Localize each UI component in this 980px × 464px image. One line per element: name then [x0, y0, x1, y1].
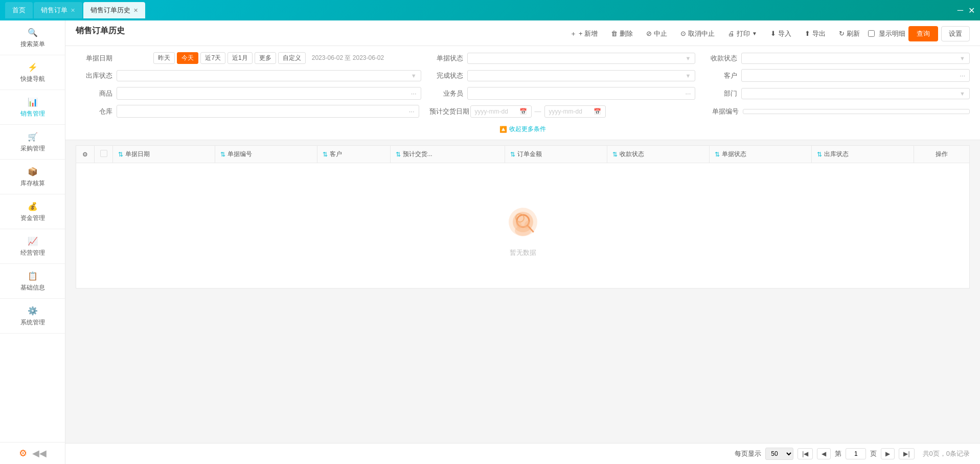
checkbox-column-header[interactable]	[95, 146, 113, 163]
date-btn-1month[interactable]: 近1月	[227, 52, 253, 64]
receipt-status-select[interactable]: ▼	[741, 53, 970, 64]
customer-sort[interactable]: ⇅ 客户	[323, 150, 384, 159]
total-records: 共0页，0条记录	[923, 449, 970, 458]
new-button[interactable]: ＋ + 新增	[565, 27, 603, 41]
print-button[interactable]: 🖨 打印 ▼	[723, 27, 762, 41]
date-btn-yesterday[interactable]: 昨天	[153, 52, 175, 64]
order-no-sort[interactable]: ⇅ 单据编号	[220, 150, 312, 159]
salesperson-field[interactable]: ···	[467, 87, 696, 100]
basic-info-icon: 📋	[27, 270, 38, 281]
department-select[interactable]: ▼	[741, 88, 970, 99]
out-status-col-icon: ⇅	[817, 151, 822, 158]
warehouse-field[interactable]: ···	[117, 105, 419, 118]
customer-column-header[interactable]: ⇅ 客户	[317, 146, 390, 163]
first-page-button[interactable]: |◀	[797, 448, 813, 459]
page-size-select[interactable]: 50 100 200	[765, 448, 793, 460]
sidebar-item-purchase-mgmt[interactable]: 🛒 采购管理	[0, 125, 65, 160]
date-btn-today[interactable]: 今天	[177, 52, 198, 64]
department-label: 部门	[705, 89, 741, 98]
calendar-to-icon[interactable]: 📅	[594, 108, 601, 115]
next-page-button[interactable]: ▶	[881, 448, 895, 459]
import-button[interactable]: ⬇ 导入	[765, 27, 796, 41]
gear-column-header[interactable]: ⚙	[76, 146, 95, 163]
delete-button[interactable]: 🗑 删除	[606, 27, 638, 41]
minimize-icon[interactable]: ─	[958, 6, 963, 15]
last-page-button[interactable]: ▶|	[899, 448, 914, 459]
status-field[interactable]: ▼	[467, 53, 696, 64]
warehouse-input[interactable]: ···	[117, 105, 419, 118]
receipt-status-column-header[interactable]: ⇅ 收款状态	[607, 146, 709, 163]
sidebar-item-sales-mgmt[interactable]: 📊 销售管理	[0, 90, 65, 125]
status-select[interactable]: ▼	[467, 53, 696, 64]
product-input[interactable]: ···	[117, 87, 421, 100]
stop-button[interactable]: ⊘ 中止	[641, 27, 672, 41]
close-sales-order-history-tab[interactable]: ✕	[133, 7, 138, 14]
date-column-header[interactable]: ⇅ 单据日期	[113, 146, 215, 163]
amount-column-header[interactable]: ⇅ 订单金额	[505, 146, 607, 163]
warehouse-label: 仓库	[76, 107, 117, 116]
sidebar-item-search-menu[interactable]: 🔍 搜索菜单	[0, 20, 65, 55]
current-page-input[interactable]	[846, 448, 866, 459]
order-no-column-header[interactable]: ⇅ 单据编号	[215, 146, 317, 163]
sidebar-item-inventory-mgmt[interactable]: 📦 库存核算	[0, 160, 65, 194]
delivery-date-from[interactable]: yyyy-mm-dd 📅	[470, 105, 532, 118]
date-btn-custom[interactable]: 自定义	[278, 52, 306, 64]
prev-page-button[interactable]: ◀	[817, 448, 831, 459]
out-status-column-header[interactable]: ⇅ 出库状态	[812, 146, 914, 163]
completion-status-select[interactable]: ▼	[467, 70, 696, 81]
settings-icon[interactable]: ⚙	[19, 448, 27, 459]
sidebar-item-sales-mgmt-label: 销售管理	[20, 109, 45, 118]
display-detail-checkbox[interactable]	[868, 30, 875, 37]
order-status-sort[interactable]: ⇅ 单据状态	[715, 150, 806, 159]
import-label: 导入	[778, 29, 791, 38]
collapse-label: 收起更多条件	[509, 125, 546, 134]
tab-sales-order-history[interactable]: 销售订单历史 ✕	[83, 2, 145, 18]
completion-status-field[interactable]: ▼	[467, 70, 696, 81]
refresh-button[interactable]: ↻ 刷新	[834, 27, 865, 41]
date-sort[interactable]: ⇅ 单据日期	[118, 150, 210, 159]
outbound-status-select[interactable]: ▼	[117, 70, 421, 81]
receipt-status-sort[interactable]: ⇅ 收款状态	[612, 150, 704, 159]
collapse-button[interactable]: 🔼 收起更多条件	[76, 123, 970, 134]
sidebar-item-system-mgmt[interactable]: ⚙️ 系统管理	[0, 299, 65, 334]
sidebar-item-operation-mgmt[interactable]: 📈 经营管理	[0, 229, 65, 264]
setting-button[interactable]: 设置	[941, 26, 970, 41]
amount-sort[interactable]: ⇅ 订单金额	[510, 150, 602, 159]
order-status-column-header[interactable]: ⇅ 单据状态	[710, 146, 812, 163]
outbound-status-field[interactable]: ▼	[117, 70, 421, 81]
order-no-input[interactable]	[743, 109, 970, 114]
sidebar-item-basic-info[interactable]: 📋 基础信息	[0, 264, 65, 299]
export-button[interactable]: ⬆ 导出	[800, 27, 831, 41]
salesperson-input[interactable]: ···	[467, 87, 696, 100]
date-btn-7days[interactable]: 近7天	[200, 52, 225, 64]
order-no-field[interactable]	[743, 109, 970, 114]
department-field[interactable]: ▼	[741, 88, 970, 99]
department-dropdown-icon: ▼	[960, 91, 965, 97]
out-status-sort[interactable]: ⇅ 出库状态	[817, 150, 908, 159]
close-sales-order-tab[interactable]: ✕	[71, 7, 75, 14]
product-field[interactable]: ···	[117, 87, 421, 100]
filter-row-4: 仓库 ··· 预计交货日期 yyyy-mm-dd 📅 —	[76, 105, 970, 118]
cancel-stop-button[interactable]: ⊙ 取消中止	[675, 27, 720, 41]
gear-icon[interactable]: ⚙	[82, 151, 88, 158]
tab-home[interactable]: 首页	[5, 2, 33, 18]
customer-input[interactable]: ···	[741, 69, 970, 82]
date-range-separator: —	[535, 107, 541, 115]
customer-field[interactable]: ···	[741, 69, 970, 82]
receipt-status-field[interactable]: ▼	[741, 53, 970, 64]
volume-icon[interactable]: ◀◀	[32, 448, 47, 459]
delivery-column-header[interactable]: ⇅ 预计交货...	[390, 146, 505, 163]
date-btn-more[interactable]: 更多	[255, 52, 276, 64]
delivery-date-to[interactable]: yyyy-mm-dd 📅	[544, 105, 606, 118]
display-detail-toggle[interactable]: 显示明细	[868, 29, 905, 38]
calendar-from-icon[interactable]: 📅	[519, 108, 527, 115]
delivery-sort[interactable]: ⇅ 预计交货...	[396, 150, 499, 159]
page-header: 销售订单历史 ＋ + 新增 🗑 删除 ⊘ 中止 ⊙	[65, 20, 980, 46]
close-icon[interactable]: ✕	[968, 6, 975, 15]
tab-sales-order[interactable]: 销售订单 ✕	[34, 2, 82, 18]
select-all-checkbox[interactable]	[100, 150, 107, 157]
query-button[interactable]: 查询	[908, 26, 938, 41]
sidebar-item-quick-nav[interactable]: ⚡ 快捷导航	[0, 55, 65, 90]
order-status-col-icon: ⇅	[715, 151, 720, 158]
sidebar-item-capital-mgmt[interactable]: 💰 资金管理	[0, 194, 65, 229]
